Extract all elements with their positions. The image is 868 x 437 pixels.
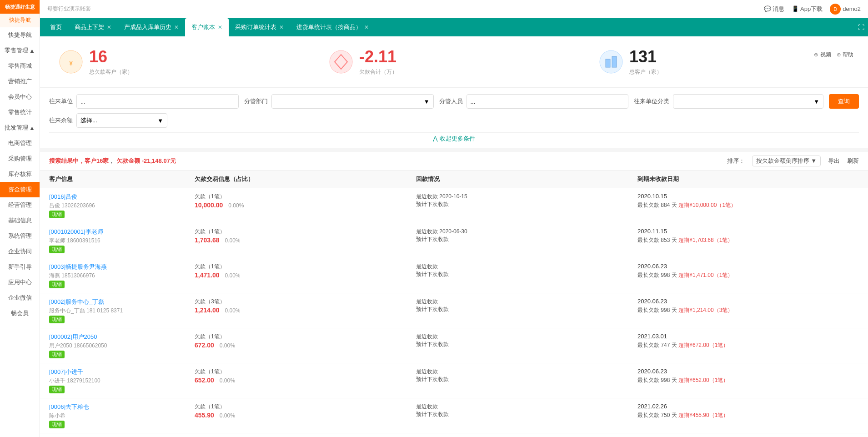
tab-production-history[interactable]: 产成品入库单历史 ✕ bbox=[118, 18, 185, 36]
overdue-link[interactable]: 超期¥455.90（1笔） bbox=[678, 412, 728, 418]
due-date: 2020.06.23 bbox=[637, 263, 859, 270]
sidebar-item-retail-mgmt[interactable]: 零售管理 ▲ bbox=[0, 43, 40, 58]
close-icon[interactable]: ✕ bbox=[218, 24, 222, 30]
sidebar-item-label: 经营管理 bbox=[8, 201, 32, 208]
balance-select[interactable]: 选择... ▼ bbox=[76, 113, 167, 128]
filter-item-supplier: 往来单位 ... bbox=[49, 94, 239, 109]
sidebar-item-newbie[interactable]: 新手引导 bbox=[0, 259, 40, 275]
user-avatar[interactable]: D demo2 bbox=[830, 4, 861, 15]
tab-product-listing[interactable]: 商品上下架 ✕ bbox=[68, 18, 118, 36]
overdue-link[interactable]: 超期¥672.00（1笔） bbox=[678, 342, 728, 348]
top-header: 母婴行业演示账套 💬 消息 📱 App下载 D demo2 bbox=[40, 0, 868, 18]
overdue-link[interactable]: 超期¥1,703.68（1笔） bbox=[678, 237, 733, 243]
sidebar-item-quicknav[interactable]: 快捷导航 bbox=[0, 27, 40, 43]
customer-name[interactable]: [0002]服务中心_丁磊 bbox=[49, 298, 195, 306]
download-icon: 📱 bbox=[792, 5, 799, 12]
close-icon[interactable]: ✕ bbox=[279, 24, 284, 30]
last-payment: 最近收款 bbox=[416, 403, 637, 411]
chevron-down-icon: ▼ bbox=[157, 117, 163, 124]
sidebar-item-enterprise[interactable]: 企业协同 bbox=[0, 244, 40, 259]
close-icon[interactable]: ✕ bbox=[174, 24, 179, 30]
sidebar-item-system[interactable]: 系统管理 bbox=[0, 228, 40, 244]
customer-name[interactable]: [0001020001]李老师 bbox=[49, 228, 195, 236]
sidebar-item-member[interactable]: 会员中心 bbox=[0, 89, 40, 105]
close-icon[interactable]: ✕ bbox=[364, 24, 369, 30]
sidebar-item-ecommerce[interactable]: 电商管理 bbox=[0, 136, 40, 151]
tab-purchase-stats[interactable]: 采购订单统计表 ✕ bbox=[229, 18, 290, 36]
tab-home[interactable]: 首页 bbox=[44, 18, 68, 36]
overdue-info: 最长欠款 884 天 超期¥10,000.00（1笔） bbox=[637, 201, 859, 209]
customer-name[interactable]: [0016]吕俊 bbox=[49, 193, 195, 201]
sidebar-item-purchase[interactable]: 采购管理 bbox=[0, 151, 40, 166]
person-label: 分管人员 bbox=[439, 97, 463, 105]
close-icon[interactable]: ✕ bbox=[107, 24, 111, 30]
sidebar-item-label: 应用中心 bbox=[8, 279, 32, 286]
customer-name[interactable]: [0007]小进千 bbox=[49, 368, 195, 376]
sidebar-item-inventory[interactable]: 库存核算 bbox=[0, 166, 40, 182]
sidebar-item-retail-stats[interactable]: 零售统计 bbox=[0, 105, 40, 120]
customer-info-cell: [0016]吕俊 吕俊 13026203696 现销 bbox=[49, 193, 195, 218]
customer-name[interactable]: [0006]去下粮仓 bbox=[49, 403, 195, 411]
sidebar-item-marketing[interactable]: 营销推广 bbox=[0, 74, 40, 89]
username-label: demo2 bbox=[843, 5, 861, 12]
export-button[interactable]: 导出 bbox=[828, 157, 840, 165]
person-input[interactable]: ... bbox=[467, 94, 629, 109]
due-date-cell: 2020.06.23 最长欠款 998 天 超期¥1,471.00（1笔） bbox=[637, 263, 859, 279]
col-debt-info: 欠款交易信息（占比） bbox=[195, 175, 416, 183]
sidebar-item-wholesale[interactable]: 批发管理 ▲ bbox=[0, 120, 40, 136]
sidebar-item-basic-info[interactable]: 基础信息 bbox=[0, 213, 40, 228]
table-row: [0006]去下粮仓 陈小希 现销 欠款（1笔） 455.90 0.00% 最近… bbox=[40, 398, 868, 433]
due-date: 2020.11.15 bbox=[637, 228, 859, 235]
help-link[interactable]: ⊙ 帮助 bbox=[837, 51, 853, 59]
next-payment: 预计下次收款 bbox=[416, 306, 637, 313]
customer-badge: 现销 bbox=[49, 316, 65, 323]
svg-point-4 bbox=[600, 50, 622, 73]
sidebar-item-operations[interactable]: 经营管理 bbox=[0, 197, 40, 213]
overdue-link[interactable]: 超期¥652.00（1笔） bbox=[678, 377, 728, 383]
building-icon bbox=[598, 49, 624, 75]
refresh-button[interactable]: 刷新 bbox=[847, 157, 859, 165]
col-customer-info: 客户信息 bbox=[49, 175, 195, 183]
sort-select[interactable]: 按欠款金额倒序排序 ▼ bbox=[752, 156, 821, 166]
sidebar-item-retail-mall[interactable]: 零售商城 bbox=[0, 58, 40, 74]
debt-count: 欠款（1笔） bbox=[195, 263, 416, 271]
sidebar-item-member2[interactable]: 畅会员 bbox=[0, 306, 40, 321]
recovery-cell: 最近收款 2020-06-30 预计下次收款 bbox=[416, 228, 637, 243]
debt-info-cell: 欠款（1笔） 1,703.68 0.00% bbox=[195, 228, 416, 244]
overdue-days: 最长欠款 998 天 bbox=[637, 377, 677, 383]
window-maximize-button[interactable]: ⛶ bbox=[858, 24, 864, 31]
customer-badge: 现销 bbox=[49, 351, 65, 358]
tab-window-actions: — ⛶ bbox=[848, 24, 864, 31]
message-link[interactable]: 💬 消息 bbox=[764, 5, 785, 13]
app-download-link[interactable]: 📱 App下载 bbox=[792, 5, 823, 13]
table-row: [0016]吕俊 吕俊 13026203696 现销 欠款（1笔） 10,000… bbox=[40, 188, 868, 223]
tab-purchase-by-product[interactable]: 进货单统计表（按商品） ✕ bbox=[290, 18, 375, 36]
sidebar-item-label: 零售管理 bbox=[5, 46, 28, 55]
customer-name[interactable]: [000002]用户2050 bbox=[49, 333, 195, 341]
last-payment: 最近收款 bbox=[416, 298, 637, 306]
tab-customer-account[interactable]: 客户账本 ✕ bbox=[185, 18, 229, 36]
tab-bar: 首页 商品上下架 ✕ 产成品入库单历史 ✕ 客户账本 ✕ 采购订单统计表 ✕ 进… bbox=[40, 18, 868, 36]
overdue-info: 最长欠款 750 天 超期¥455.90（1笔） bbox=[637, 412, 859, 419]
stat-card-debtor-count: ¥ 16 总欠款客户（家） bbox=[49, 44, 319, 80]
tab-label: 产成品入库单历史 bbox=[124, 23, 171, 31]
dept-select[interactable]: ▼ bbox=[271, 94, 434, 109]
debt-value: 672.00 bbox=[195, 342, 214, 349]
collapse-button[interactable]: ⋀ 收起更多条件 bbox=[49, 132, 859, 145]
overdue-link[interactable]: 超期¥1,214.00（3笔） bbox=[678, 307, 733, 313]
sidebar-item-finance[interactable]: 资金管理 bbox=[0, 182, 40, 197]
overdue-link[interactable]: 超期¥10,000.00（1笔） bbox=[678, 202, 736, 208]
category-select[interactable]: ▼ bbox=[673, 94, 823, 109]
collapse-label: 收起更多条件 bbox=[440, 135, 475, 142]
sidebar-item-wecom[interactable]: 企业微信 bbox=[0, 290, 40, 306]
search-button[interactable]: 查询 bbox=[829, 94, 859, 109]
sidebar-item-app-center[interactable]: 应用中心 bbox=[0, 275, 40, 290]
supplier-input[interactable]: ... bbox=[76, 94, 239, 109]
customer-name[interactable]: [0003]畅捷服务尹海燕 bbox=[49, 263, 195, 271]
results-amount: 欠款金额 -21,148.07元 bbox=[116, 157, 176, 164]
search-area[interactable]: 快捷导航 bbox=[0, 14, 40, 27]
last-payment: 最近收款 bbox=[416, 368, 637, 376]
window-minimize-button[interactable]: — bbox=[848, 24, 854, 31]
video-link[interactable]: ⊙ 视频 bbox=[814, 51, 831, 59]
overdue-link[interactable]: 超期¥1,471.00（1笔） bbox=[678, 272, 733, 278]
